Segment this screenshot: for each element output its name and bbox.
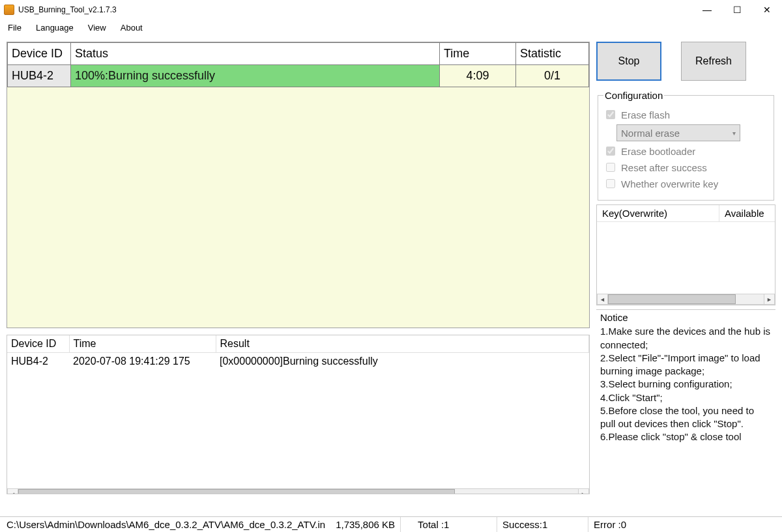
overwrite-key-checkbox[interactable] xyxy=(606,179,615,188)
status-total: Total :1 xyxy=(413,517,497,532)
reset-after-label: Reset after success xyxy=(621,162,707,173)
device-header-id[interactable]: Device ID xyxy=(8,43,71,65)
key-header-name[interactable]: Key(Overwrite) xyxy=(597,205,719,221)
status-path: C:\Users\Admin\Downloads\AM6_dce_0.3.2_A… xyxy=(1,517,330,532)
notice-panel: Notice 1.Make sure the devices and the h… xyxy=(596,309,775,516)
log-hscrollbar[interactable]: ◄ ► xyxy=(7,488,589,494)
menu-file[interactable]: File xyxy=(1,21,28,34)
device-cell-status: 100%:Burning successfully xyxy=(71,65,440,87)
reset-after-checkbox[interactable] xyxy=(606,163,615,172)
erase-bootloader-checkbox[interactable] xyxy=(606,147,615,156)
stop-button[interactable]: Stop xyxy=(596,42,661,81)
device-cell-stat: 0/1 xyxy=(516,65,589,87)
scroll-left-icon[interactable]: ◄ xyxy=(597,294,608,305)
log-header-time[interactable]: Time xyxy=(69,335,216,353)
log-table: Device ID Time Result HUB4-2 2020-07-08 … xyxy=(7,335,590,494)
key-header-available[interactable]: Available xyxy=(719,205,775,221)
log-row[interactable]: HUB4-2 2020-07-08 19:41:29 175 [0x000000… xyxy=(7,353,589,371)
key-hscrollbar[interactable]: ◄ ► xyxy=(597,294,775,305)
scroll-right-icon[interactable]: ► xyxy=(578,488,589,494)
maximize-button[interactable]: ☐ xyxy=(722,0,752,20)
notice-line: 1.Make sure the devices and the hub is c… xyxy=(600,325,772,352)
erase-bootloader-label: Erase bootloader xyxy=(621,146,695,157)
device-row[interactable]: HUB4-2 100%:Burning successfully 4:09 0/… xyxy=(8,65,589,87)
configuration-legend: Configuration xyxy=(603,90,664,101)
statusbar: C:\Users\Admin\Downloads\AM6_dce_0.3.2_A… xyxy=(0,516,782,532)
device-header-time[interactable]: Time xyxy=(440,43,516,65)
notice-line: 5.Before close the tool, you need to pul… xyxy=(600,404,772,431)
menu-view[interactable]: View xyxy=(81,21,113,34)
notice-title: Notice xyxy=(600,311,772,324)
window-title: USB_Burning_Tool_v2.1.7.3 xyxy=(18,5,117,14)
status-success: Success:1 xyxy=(497,517,588,532)
notice-line: 4.Click "Start"; xyxy=(600,391,772,404)
erase-flash-checkbox[interactable] xyxy=(606,110,615,119)
key-panel: Key(Overwrite) Available ◄ ► xyxy=(596,204,775,305)
scroll-left-icon[interactable]: ◄ xyxy=(7,488,18,494)
scroll-right-icon[interactable]: ► xyxy=(764,294,775,305)
configuration-panel: Configuration Erase flash Normal erase ▾… xyxy=(598,90,774,201)
log-cell-id: HUB4-2 xyxy=(7,353,69,371)
menu-language[interactable]: Language xyxy=(29,21,80,34)
log-header-result[interactable]: Result xyxy=(216,335,589,353)
minimize-button[interactable]: — xyxy=(692,0,722,20)
device-cell-time: 4:09 xyxy=(440,65,516,87)
chevron-down-icon: ▾ xyxy=(732,130,736,137)
notice-line: 3.Select burning configuration; xyxy=(600,378,772,391)
close-button[interactable]: ✕ xyxy=(752,0,782,20)
device-table: Device ID Status Time Statistic HUB4-2 1… xyxy=(7,42,590,328)
log-header-id[interactable]: Device ID xyxy=(7,335,69,353)
erase-mode-value: Normal erase xyxy=(621,128,680,139)
device-cell-id: HUB4-2 xyxy=(8,65,71,87)
notice-line: 6.Please click "stop" & close tool xyxy=(600,430,772,443)
titlebar: USB_Burning_Tool_v2.1.7.3 — ☐ ✕ xyxy=(0,0,782,20)
overwrite-key-label: Whether overwrite key xyxy=(621,178,718,189)
menu-about[interactable]: About xyxy=(114,21,149,34)
app-icon xyxy=(4,5,14,15)
erase-flash-label: Erase flash xyxy=(621,109,670,120)
menubar: File Language View About xyxy=(0,20,782,35)
refresh-button[interactable]: Refresh xyxy=(681,42,746,81)
device-header-status[interactable]: Status xyxy=(71,43,440,65)
status-size: 1,735,806 KB xyxy=(330,517,401,532)
log-cell-result: [0x00000000]Burning successfully xyxy=(216,353,589,371)
device-header-stat[interactable]: Statistic xyxy=(516,43,589,65)
erase-mode-select[interactable]: Normal erase ▾ xyxy=(616,124,740,141)
status-error: Error :0 xyxy=(588,517,680,532)
log-cell-time: 2020-07-08 19:41:29 175 xyxy=(69,353,216,371)
notice-line: 2.Select "File"-"Import image" to load b… xyxy=(600,352,772,378)
